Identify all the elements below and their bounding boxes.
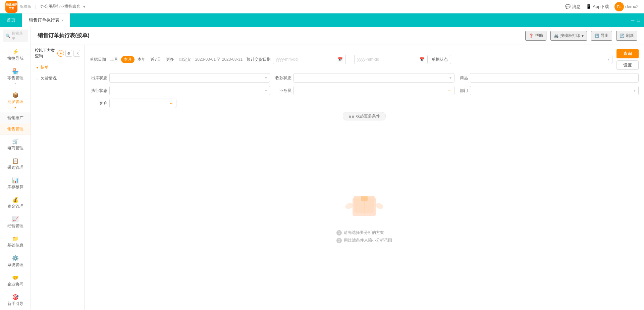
sidebar-item-sales[interactable]: 销售管理 bbox=[0, 123, 31, 135]
date-tab-7days[interactable]: 近7天 bbox=[149, 56, 163, 63]
sidebar-item-retail[interactable]: 🏪 零售管理 ▾ bbox=[0, 65, 31, 89]
sidebar-item-operations[interactable]: 📈 经营管理 bbox=[0, 213, 31, 232]
enterprise-icon: 🤝 bbox=[12, 274, 19, 281]
date-start-input[interactable]: yyyy-mm-dd 📅 bbox=[273, 55, 346, 64]
hint-item-1: 1 请先选择要分析的方案 bbox=[336, 230, 392, 236]
calendar-icon-end: 📅 bbox=[420, 57, 425, 62]
query-buttons: 查询 设置 bbox=[616, 49, 639, 70]
minimize-icon[interactable]: ─ bbox=[631, 17, 635, 23]
scheme-collapse-btn[interactable]: 《 bbox=[73, 50, 80, 57]
scheme-settings-icon: ⚙ bbox=[67, 51, 70, 56]
date-separator: — bbox=[348, 57, 352, 62]
tab-close-icon[interactable]: × bbox=[61, 18, 63, 22]
search-box[interactable]: 🔍 搜索菜单 bbox=[3, 30, 28, 42]
date-tab-thisyear[interactable]: 本年 bbox=[136, 56, 148, 63]
date-label: 单据日期 bbox=[90, 57, 106, 62]
setting-btn[interactable]: 设置 bbox=[616, 60, 639, 70]
out-status-label: 出库状态 bbox=[90, 75, 107, 81]
filter-row-4: 客户 ··· bbox=[90, 99, 639, 108]
date-tab-thismonth[interactable]: 本月 bbox=[121, 56, 135, 63]
tab-home[interactable]: 首页 bbox=[0, 13, 22, 27]
collapse-bar: ∧∧ 收起更多条件 bbox=[90, 111, 639, 122]
wholesale-submenu: 营销推广 销售管理 bbox=[0, 112, 31, 135]
user-menu[interactable]: Ea demo2 bbox=[614, 2, 639, 11]
goods-group: 商品 ··· bbox=[459, 73, 639, 83]
sidebar-item-guide[interactable]: 🎯 新手引导 bbox=[0, 291, 31, 310]
exec-status-arrow: ▾ bbox=[265, 88, 267, 93]
date-tab-lastmonth[interactable]: 上月 bbox=[108, 56, 120, 63]
date-end-input[interactable]: yyyy-mm-dd 📅 bbox=[354, 55, 427, 64]
status-dropdown-icon: ▾ bbox=[607, 57, 609, 62]
sidebar-item-inventory[interactable]: 📊 库存核算 bbox=[0, 174, 31, 193]
sidebar-item-finance[interactable]: 💰 资金管理 bbox=[0, 193, 31, 213]
finance-icon: 💰 bbox=[12, 197, 19, 203]
scheme-add-btn[interactable]: + bbox=[57, 50, 64, 57]
right-panel: 单据日期 上月 本月 本年 近7天 更多 自定义 2023-03-01 至 20… bbox=[85, 45, 644, 310]
industry-title: 办公用品行业模拟账套 bbox=[40, 4, 80, 9]
export-btn[interactable]: ⬇️ 导出 bbox=[591, 31, 612, 41]
sidebar-item-basics[interactable]: 📁 基础信息 bbox=[0, 232, 31, 252]
scheme-item-by-order[interactable]: ● 按单 bbox=[31, 62, 84, 73]
empty-hints: 1 请先选择要分析的方案 2 用过滤条件来缩小分析范围 bbox=[336, 230, 392, 245]
exec-status-label: 执行状态 bbox=[90, 88, 107, 94]
sidebar-search[interactable]: 🔍 搜索菜单 bbox=[0, 27, 31, 45]
sidebar-item-ecommerce[interactable]: 🛒 电商管理 bbox=[0, 135, 31, 154]
sidebar-item-wholesale[interactable]: 📦 批发管理 ▲ bbox=[0, 89, 31, 112]
tab-sales-exec[interactable]: 销售订单执行表 × bbox=[22, 13, 70, 27]
exec-status-select[interactable]: ▾ bbox=[109, 86, 270, 95]
print-icon: 🖨️ bbox=[554, 34, 559, 38]
content-area: 🔍 搜索菜单 ⚡ 快捷导航 🏪 零售管理 ▾ 📦 批发管理 ▲ 营销推广 销售管… bbox=[0, 27, 644, 310]
query-btn[interactable]: 查询 bbox=[616, 49, 639, 58]
receipt-status-select[interactable]: ▾ bbox=[293, 73, 454, 83]
main-content: 销售订单执行表(按单) ❓ 帮助 🖨️ 按模板打印 ▾ ⬇️ 导出 🔄 刷新 bbox=[31, 27, 644, 310]
status-select[interactable]: ▾ bbox=[450, 55, 612, 64]
filter-date-group: 单据日期 上月 本月 本年 近7天 更多 自定义 2023-03-01 至 20… bbox=[90, 56, 243, 63]
date-tab-custom[interactable]: 自定义 bbox=[177, 56, 193, 63]
phone-icon: 📱 bbox=[586, 4, 591, 9]
scheme-item-shortage[interactable]: ○ 欠货情况 bbox=[31, 73, 84, 84]
help-icon: ❓ bbox=[529, 34, 534, 38]
empty-state: 1 请先选择要分析的方案 2 用过滤条件来缩小分析范围 bbox=[336, 191, 392, 245]
date-tab-more[interactable]: 更多 bbox=[164, 56, 176, 63]
sidebar-item-purchase[interactable]: 📋 采购管理 bbox=[0, 154, 31, 174]
out-status-arrow: ▾ bbox=[265, 75, 267, 80]
salesman-dots: ··· bbox=[448, 88, 451, 93]
refresh-icon: 🔄 bbox=[620, 34, 625, 38]
customer-label: 客户 bbox=[90, 101, 107, 106]
print-btn[interactable]: 🖨️ 按模板打印 ▾ bbox=[550, 31, 587, 41]
filter-row-2: 出库状态 ▾ 收款状态 ▾ bbox=[90, 73, 639, 83]
goods-input[interactable]: ··· bbox=[470, 73, 639, 83]
topbar: 畅捷通好生意 标准版 | 办公用品行业模拟账套 ▾ 💬 消息 📱 App下载 E… bbox=[0, 0, 644, 13]
print-dropdown-icon: ▾ bbox=[582, 34, 584, 38]
dept-select[interactable]: ▾ bbox=[470, 86, 639, 95]
quicknav-icon: ⚡ bbox=[12, 49, 19, 55]
filter-content-wrapper: 按以下方案查询 + ⚙ 《 ● 按单 bbox=[31, 45, 644, 310]
empty-illustration bbox=[344, 191, 384, 224]
logo-subtitle: 标准版 bbox=[20, 4, 31, 9]
customer-input[interactable]: ··· bbox=[109, 99, 176, 108]
maximize-icon[interactable]: □ bbox=[637, 17, 640, 23]
message-btn[interactable]: 💬 消息 bbox=[565, 4, 581, 10]
scheme-active-dot: ● bbox=[36, 65, 39, 69]
search-label: 搜索菜单 bbox=[12, 31, 25, 41]
message-icon: 💬 bbox=[565, 4, 571, 9]
scheme-inactive-icon: ○ bbox=[36, 76, 39, 81]
scheme-settings-btn[interactable]: ⚙ bbox=[65, 50, 72, 57]
sidebar-item-system[interactable]: ⚙️ 系统管理 bbox=[0, 252, 31, 271]
collapse-btn[interactable]: ∧∧ 收起更多条件 bbox=[343, 112, 386, 120]
refresh-btn[interactable]: 🔄 刷新 bbox=[616, 31, 637, 41]
help-btn[interactable]: ❓ 帮助 bbox=[525, 31, 546, 41]
search-icon: 🔍 bbox=[5, 34, 10, 38]
out-status-group: 出库状态 ▾ bbox=[90, 73, 270, 83]
page-actions: ❓ 帮助 🖨️ 按模板打印 ▾ ⬇️ 导出 🔄 刷新 bbox=[525, 31, 637, 41]
sidebar-item-quicknav[interactable]: ⚡ 快捷导航 bbox=[0, 45, 31, 65]
sidebar-item-enterprise[interactable]: 🤝 企业协同 bbox=[0, 271, 31, 291]
dropdown-icon[interactable]: ▾ bbox=[83, 4, 85, 9]
out-status-select[interactable]: ▾ bbox=[109, 73, 270, 83]
salesman-input[interactable]: ··· bbox=[293, 86, 454, 95]
hint-num-1: 1 bbox=[336, 230, 342, 236]
dept-label: 部门 bbox=[459, 88, 468, 94]
sidebar-item-marketing[interactable]: 营销推广 bbox=[0, 112, 31, 123]
app-download-btn[interactable]: 📱 App下载 bbox=[586, 4, 609, 10]
date-range: 2023-03-01 至 2023-03-31 bbox=[195, 57, 243, 62]
